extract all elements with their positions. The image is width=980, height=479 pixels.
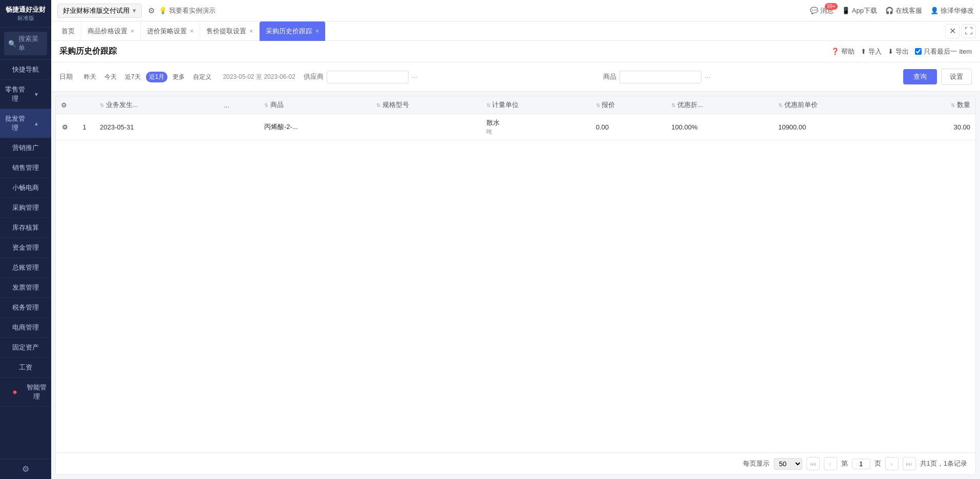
sidebar-item-3[interactable]: 销售管理 xyxy=(0,158,51,178)
date-btn-yesterday[interactable]: 昨天 xyxy=(81,72,99,82)
tab-close-icon[interactable]: × xyxy=(249,28,253,35)
tab-label: 商品价格设置 xyxy=(88,27,127,36)
demo-button[interactable]: 💡 我要看实例演示 xyxy=(159,6,216,15)
goods-more-icon[interactable]: ··· xyxy=(705,73,710,81)
query-button[interactable]: 查询 xyxy=(903,69,937,84)
sidebar-item-0[interactable]: 零售管理▼ xyxy=(0,80,51,109)
col-discount[interactable]: ⇅ 优惠折... xyxy=(666,96,773,114)
col-goods[interactable]: ⇅ 商品 xyxy=(259,96,372,114)
sidebar-item-10[interactable]: 税务管理 xyxy=(0,298,51,318)
date-btn-today[interactable]: 今天 xyxy=(101,72,120,82)
sidebar-item-1[interactable]: 批发管理▲ xyxy=(0,109,51,138)
goods-input[interactable] xyxy=(620,71,701,83)
page-label-prefix: 第 xyxy=(841,459,848,468)
sidebar-item-label: 固定资产 xyxy=(4,343,47,352)
pagination-bar: 每页显示 50 20 100 ⏮ ‹ 第 页 › ⏭ 共1页，1条记录 xyxy=(56,452,975,474)
last-page-button[interactable]: ⏭ xyxy=(903,457,916,470)
sidebar-item-13[interactable]: 工资 xyxy=(0,358,51,378)
tab-close-icon[interactable]: × xyxy=(315,28,319,35)
prev-page-button[interactable]: ‹ xyxy=(824,457,837,470)
sidebar-item-2[interactable]: 营销推广 xyxy=(0,138,51,158)
date-btn-7days[interactable]: 近7天 xyxy=(122,72,144,82)
tab-3[interactable]: 售价提取设置× xyxy=(200,21,260,41)
total-label: 共1页，1条记录 xyxy=(920,459,967,468)
only-last-checkbox[interactable] xyxy=(915,48,922,55)
sidebar-item-label: 税务管理 xyxy=(4,303,47,312)
table-scroll-area[interactable]: ⚙ ⇅ 业务发生... ... ⇅ 商品 ⇅ 规格型号 ⇅ 计量单位 ⇅ 报价 … xyxy=(56,96,975,452)
sidebar-item-label: 快捷导航 xyxy=(4,65,47,74)
date-btn-custom[interactable]: 自定义 xyxy=(190,72,215,82)
supplier-more-icon[interactable]: ··· xyxy=(412,73,417,81)
filter-actions: 查询 设置 xyxy=(903,69,972,85)
tab-label: 进价策略设置 xyxy=(147,27,187,36)
sidebar-item-12[interactable]: 固定资产 xyxy=(0,338,51,358)
edition-selector-text: 好业财标准版交付试用 xyxy=(63,6,130,15)
close-tab-button[interactable]: ✕ xyxy=(945,24,960,38)
col-index xyxy=(74,96,95,114)
col-spec[interactable]: ⇅ 规格型号 xyxy=(371,96,481,114)
import-button[interactable]: ⬆ 导入 xyxy=(861,47,882,56)
row-spec xyxy=(371,114,481,140)
tab-close-icon[interactable]: × xyxy=(131,28,134,35)
sidebar-bottom: ⚙ xyxy=(0,459,51,479)
first-page-button[interactable]: ⏮ xyxy=(806,457,820,470)
sidebar-item-label: 销售管理 xyxy=(4,163,47,172)
tab-4[interactable]: 采购历史价跟踪× xyxy=(260,21,326,41)
sidebar-item-14[interactable]: ●智能管理 xyxy=(0,378,51,407)
tab-2[interactable]: 进价策略设置× xyxy=(141,21,200,41)
user-button[interactable]: 👤 徐泽华修改 xyxy=(930,6,974,15)
sidebar-item-7[interactable]: 资金管理 xyxy=(0,238,51,258)
gear-icon[interactable]: ⚙ xyxy=(22,464,29,474)
row-more xyxy=(219,114,259,140)
col-price[interactable]: ⇅ 报价 xyxy=(591,96,667,114)
service-label: 在线客服 xyxy=(896,6,922,15)
sidebar-item-8[interactable]: 总账管理 xyxy=(0,258,51,278)
help-button[interactable]: ❓ 帮助 xyxy=(831,47,855,56)
phone-icon: 📱 xyxy=(842,7,850,14)
supplier-input[interactable] xyxy=(327,71,409,83)
col-qty[interactable]: ⇅ 数量 xyxy=(900,96,975,114)
sidebar-item-9[interactable]: 发票管理 xyxy=(0,278,51,298)
sidebar-search-button[interactable]: 🔍 搜索菜单 xyxy=(4,32,47,55)
date-btn-more[interactable]: 更多 xyxy=(169,72,188,82)
per-page-select[interactable]: 50 20 100 xyxy=(774,458,802,470)
date-range-display: 2023-05-02 至 2023-06-02 xyxy=(223,73,295,81)
headset-icon: 🎧 xyxy=(885,7,893,14)
col-more[interactable]: ... xyxy=(219,96,259,114)
sidebar-item-5[interactable]: 采购管理 xyxy=(0,198,51,218)
tab-close-icon[interactable]: × xyxy=(190,28,194,35)
sidebar-search-area[interactable]: 🔍 搜索菜单 xyxy=(0,28,51,60)
sidebar-item-4[interactable]: 小畅电商 xyxy=(0,178,51,198)
tab-0[interactable]: 首页 xyxy=(55,21,81,41)
settings-icon[interactable]: ⚙ xyxy=(148,6,155,15)
expand-tab-button[interactable]: ⛶ xyxy=(962,24,976,38)
tab-1[interactable]: 商品价格设置× xyxy=(81,21,141,41)
date-btn-1month[interactable]: 近1月 xyxy=(146,72,168,82)
next-page-button[interactable]: › xyxy=(885,457,899,470)
app-download-button[interactable]: 📱 App下载 xyxy=(842,6,877,15)
export-button[interactable]: ⬇ 导出 xyxy=(888,47,909,56)
col-before-price[interactable]: ⇅ 优惠前单价 xyxy=(773,96,900,114)
sidebar-logo: 畅捷通好业财 标准版 xyxy=(0,0,51,28)
help-label: 帮助 xyxy=(841,47,855,56)
tab-label: 售价提取设置 xyxy=(206,27,246,36)
online-service-button[interactable]: 🎧 在线客服 xyxy=(885,6,922,15)
setting-button[interactable]: 设置 xyxy=(941,69,972,85)
row-gear[interactable]: ⚙ xyxy=(56,114,74,140)
edition-selector[interactable]: 好业财标准版交付试用 ▾ xyxy=(57,4,142,18)
sidebar-item-11[interactable]: 电商管理 xyxy=(0,318,51,338)
sidebar-item-quick-nav[interactable]: 快捷导航 xyxy=(0,60,51,80)
sidebar-item-label: 总账管理 xyxy=(4,263,47,272)
col-date[interactable]: ⇅ 业务发生... xyxy=(95,96,219,114)
page-content: 采购历史价跟踪 ❓ 帮助 ⬆ 导入 ⬇ 导出 只看最后一 item xyxy=(51,41,980,479)
app-label: App下载 xyxy=(852,6,877,15)
page-number-input[interactable] xyxy=(852,459,870,469)
col-gear[interactable]: ⚙ xyxy=(56,96,74,114)
message-button[interactable]: 💬 消息 99+ xyxy=(810,6,834,15)
data-table-container: ⚙ ⇅ 业务发生... ... ⇅ 商品 ⇅ 规格型号 ⇅ 计量单位 ⇅ 报价 … xyxy=(55,96,976,475)
sidebar-item-6[interactable]: 库存核算 xyxy=(0,218,51,238)
supplier-filter: 供应商 ··· xyxy=(304,71,595,83)
row-unit: 散水吨 xyxy=(481,114,591,140)
only-last-checkbox-group[interactable]: 只看最后一 item xyxy=(915,47,972,56)
col-unit[interactable]: ⇅ 计量单位 xyxy=(481,96,591,114)
